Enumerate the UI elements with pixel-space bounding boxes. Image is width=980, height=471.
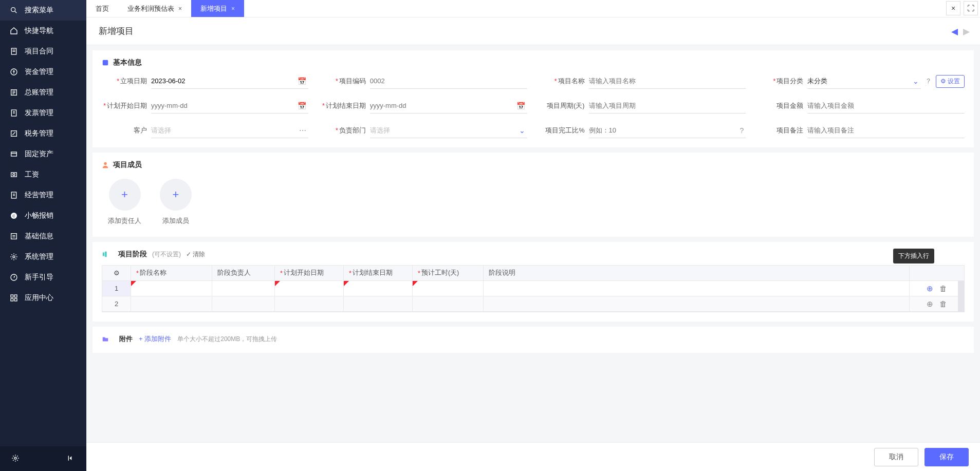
sidebar-item-ledger[interactable]: 总账管理 bbox=[0, 82, 86, 103]
prev-arrow-icon[interactable]: ◀ bbox=[951, 26, 958, 36]
sidebar-item-biz[interactable]: 经营管理 bbox=[0, 185, 86, 205]
owner-dept-select[interactable]: 请选择⌄ bbox=[370, 123, 527, 138]
save-button[interactable]: 保存 bbox=[924, 448, 969, 466]
add-attachment-button[interactable]: + 添加附件 bbox=[139, 334, 171, 344]
tab-home[interactable]: 首页 bbox=[86, 0, 118, 17]
table-row[interactable]: 1 ⊕🗑 bbox=[102, 281, 964, 296]
sidebar-item-reimburse[interactable]: C小畅报销 bbox=[0, 205, 86, 226]
tab-profit-report[interactable]: 业务利润预估表× bbox=[118, 0, 191, 17]
money-icon bbox=[9, 67, 19, 77]
calendar-icon[interactable]: 📅 bbox=[298, 77, 306, 85]
project-cycle-input[interactable] bbox=[589, 98, 746, 114]
main-area: 首页 业务利润预估表× 新增项目× × ⛶ 新增项目 ◀ ▶ 基本信息 *立项日… bbox=[86, 0, 980, 471]
field-label: 客户 bbox=[134, 127, 147, 134]
sidebar-item-label: 基础信息 bbox=[25, 232, 53, 241]
sidebar-item-guide[interactable]: 新手引导 bbox=[0, 267, 86, 288]
phase-leader-cell[interactable] bbox=[212, 296, 275, 311]
section-title: 附件 bbox=[119, 334, 133, 344]
field-label: 项目名称 bbox=[558, 78, 585, 85]
sidebar-item-invoice[interactable]: 发票管理 bbox=[0, 103, 86, 123]
clear-button[interactable]: ✓清除 bbox=[186, 250, 205, 259]
sidebar-item-tax[interactable]: 税务管理 bbox=[0, 123, 86, 144]
phase-end-cell[interactable] bbox=[344, 281, 413, 296]
placeholder-text: 请选择 bbox=[370, 126, 527, 135]
plan-start-input[interactable]: 📅 bbox=[151, 98, 308, 114]
collapse-icon[interactable] bbox=[67, 454, 75, 464]
chevron-down-icon[interactable]: ⌄ bbox=[913, 77, 919, 85]
chevron-down-icon[interactable]: ⌄ bbox=[519, 126, 525, 135]
complete-pct-input[interactable]: ? bbox=[589, 123, 746, 138]
help-icon[interactable]: ？ bbox=[925, 77, 932, 86]
insert-row-icon[interactable]: ⊕ bbox=[927, 299, 933, 309]
sidebar-item-label: 发票管理 bbox=[25, 108, 53, 118]
content-scroll[interactable]: 基本信息 *立项日期📅 *项目编码 *项目名称 *项目分类未分类⌄？⚙设置 *计… bbox=[86, 45, 980, 442]
cancel-button[interactable]: 取消 bbox=[874, 448, 918, 466]
gear-column-header[interactable]: ⚙ bbox=[102, 266, 131, 280]
sidebar-item-label: 应用中心 bbox=[25, 293, 53, 303]
close-icon[interactable]: × bbox=[178, 5, 182, 12]
phase-hours-cell[interactable] bbox=[413, 281, 484, 296]
add-attachment-label: 添加附件 bbox=[144, 335, 171, 343]
sidebar-item-salary[interactable]: 工资 bbox=[0, 164, 86, 185]
project-amount-input[interactable] bbox=[807, 98, 965, 114]
project-category-select[interactable]: 未分类⌄ bbox=[807, 73, 921, 89]
customer-select[interactable]: 请选择⋯ bbox=[151, 123, 308, 138]
settings-button[interactable]: ⚙设置 bbox=[936, 75, 965, 88]
scrollbar[interactable] bbox=[958, 281, 964, 312]
section-icon bbox=[102, 59, 109, 66]
window-maximize-button[interactable]: ⛶ bbox=[964, 1, 978, 15]
phase-start-cell[interactable] bbox=[275, 296, 344, 311]
sidebar-item-info[interactable]: 基础信息 bbox=[0, 226, 86, 247]
field-label: 项目编码 bbox=[339, 78, 366, 85]
creation-date-input[interactable]: 📅 bbox=[151, 73, 308, 89]
project-name-input[interactable] bbox=[589, 73, 746, 89]
svg-point-8 bbox=[13, 174, 15, 176]
settings-icon[interactable] bbox=[11, 454, 20, 464]
close-icon[interactable]: × bbox=[231, 5, 235, 12]
sidebar-item-label: 项目合同 bbox=[25, 47, 53, 56]
add-owner-label: 添加责任人 bbox=[108, 217, 141, 225]
clear-label: 清除 bbox=[193, 250, 205, 259]
calendar-icon[interactable]: 📅 bbox=[298, 102, 306, 110]
column-header: 计划结束日期 bbox=[353, 269, 393, 277]
phase-end-cell[interactable] bbox=[344, 296, 413, 311]
phase-start-cell[interactable] bbox=[275, 281, 344, 296]
more-icon[interactable]: ⋯ bbox=[299, 126, 306, 135]
phase-leader-cell[interactable] bbox=[212, 281, 275, 296]
field-label: 计划开始日期 bbox=[107, 102, 147, 109]
phase-desc-cell[interactable] bbox=[484, 296, 910, 311]
calendar-icon[interactable]: 📅 bbox=[516, 102, 525, 110]
help-icon[interactable]: ? bbox=[739, 126, 744, 135]
table-row[interactable]: 2 ⊕🗑 bbox=[102, 296, 964, 312]
phase-hours-cell[interactable] bbox=[413, 296, 484, 311]
sidebar-item-fund[interactable]: 资金管理 bbox=[0, 62, 86, 82]
next-arrow-icon[interactable]: ▶ bbox=[963, 26, 970, 36]
insert-row-icon[interactable]: ⊕ bbox=[927, 284, 933, 293]
sidebar-item-asset[interactable]: 固定资产 bbox=[0, 144, 86, 164]
svg-point-13 bbox=[13, 256, 15, 258]
sidebar-item-project-contract[interactable]: 项目合同 bbox=[0, 41, 86, 62]
tab-new-project[interactable]: 新增项目× bbox=[191, 0, 244, 17]
phase-name-cell[interactable] bbox=[131, 281, 212, 296]
biz-icon bbox=[9, 191, 19, 200]
sidebar-item-label: 工资 bbox=[25, 170, 39, 179]
action-column-header bbox=[910, 266, 964, 280]
sidebar-item-quicknav[interactable]: 快捷导航 bbox=[0, 21, 86, 41]
section-title: 项目阶段 bbox=[118, 250, 147, 259]
project-code-input[interactable] bbox=[370, 73, 527, 89]
placeholder-text: 请选择 bbox=[151, 126, 308, 135]
phase-name-cell[interactable] bbox=[131, 296, 212, 311]
window-close-button[interactable]: × bbox=[946, 1, 960, 15]
section-members: 项目成员 + 添加责任人 + 添加成员 bbox=[93, 153, 974, 237]
sidebar-item-apps[interactable]: 应用中心 bbox=[0, 288, 86, 308]
plan-end-input[interactable]: 📅 bbox=[370, 98, 527, 114]
add-owner-button[interactable]: + bbox=[109, 179, 141, 211]
phase-desc-cell[interactable] bbox=[484, 281, 910, 296]
add-member-button[interactable]: + bbox=[160, 179, 192, 211]
delete-row-icon[interactable]: 🗑 bbox=[939, 299, 947, 308]
remark-input[interactable] bbox=[807, 123, 965, 138]
sidebar-item-search[interactable]: 搜索菜单 bbox=[0, 0, 86, 21]
svg-text:C: C bbox=[12, 214, 15, 218]
sidebar-item-system[interactable]: 系统管理 bbox=[0, 247, 86, 267]
delete-row-icon[interactable]: 🗑 bbox=[939, 284, 947, 293]
